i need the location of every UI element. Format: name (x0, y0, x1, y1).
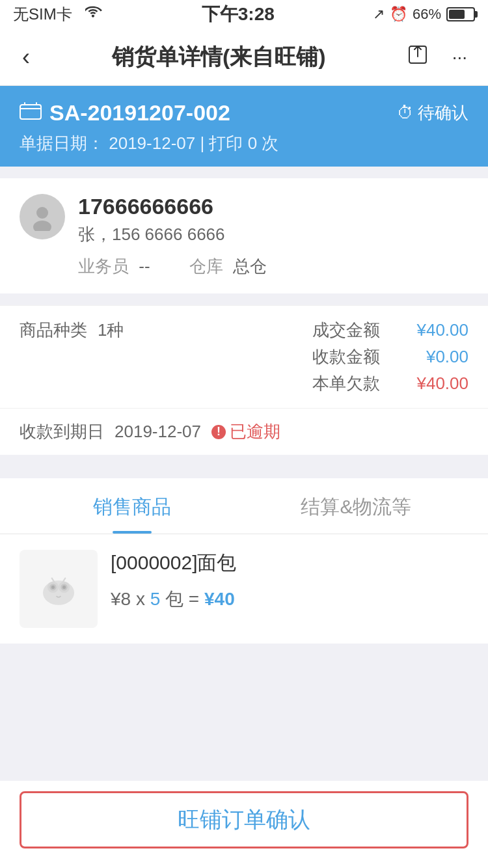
sales-rep-item: 业务员 -- (78, 255, 150, 278)
nav-bar: ‹ 销货单详情(来自旺铺) ··· (0, 29, 488, 86)
tab-settlement-label: 结算&物流等 (301, 496, 411, 517)
order-icon (20, 100, 42, 126)
transaction-amount-value: ¥40.00 (390, 320, 468, 340)
wifi-icon (85, 5, 103, 23)
transaction-amount-row: 成交金额 ¥40.00 (312, 319, 468, 342)
product-unit: 包 (165, 589, 183, 609)
customer-meta: 业务员 -- 仓库 总仓 (78, 255, 468, 278)
price-multiply: x (136, 589, 150, 609)
status-right: ↗ ⏰ 66% (373, 6, 475, 23)
price-equals: = (189, 589, 204, 609)
transaction-amount-label: 成交金额 (312, 319, 380, 342)
amounts-right: 成交金额 ¥40.00 收款金额 ¥0.00 本单欠款 ¥40.00 (312, 319, 468, 395)
page-title: 销货单详情(来自旺铺) (36, 42, 401, 72)
nav-actions: ··· (401, 38, 472, 75)
product-type-value: 1种 (98, 319, 124, 342)
divider-1 (0, 293, 488, 305)
warehouse-item: 仓库 总仓 (189, 255, 267, 278)
svg-point-2 (36, 207, 48, 219)
received-amount-value: ¥0.00 (390, 347, 468, 367)
customer-details: 17666666666 张，156 6666 6666 业务员 -- 仓库 总仓 (78, 194, 468, 278)
carrier-label: 无SIM卡 (13, 5, 72, 23)
product-qty: 5 (150, 589, 161, 609)
location-icon: ↗ (373, 6, 385, 23)
tabs-section: 销售商品 结算&物流等 (0, 478, 488, 644)
time-display: 下午3:28 (202, 2, 275, 27)
due-date-section: 收款到期日 2019-12-07 ! 已逾期 (0, 408, 488, 455)
product-item: [0000002]面包 ¥8 x 5 包 = ¥40 (0, 534, 488, 644)
svg-point-10 (62, 586, 66, 589)
svg-point-4 (43, 580, 74, 605)
footer-btn-area: 旺铺订单确认 (0, 781, 488, 868)
battery-icon (446, 7, 475, 21)
product-name-text: 面包 (197, 552, 236, 573)
product-type-label: 商品种类 (20, 319, 87, 342)
print-info: | 打印 0 次 (200, 133, 278, 153)
order-header-top: SA-20191207-002 ⏱ 待确认 (20, 100, 468, 126)
sales-rep-label: 业务员 (78, 256, 129, 276)
customer-name-phone: 张，156 6666 6666 (78, 223, 468, 246)
order-status: ⏱ 待确认 (397, 102, 468, 124)
carrier-text: 无SIM卡 (13, 4, 103, 25)
battery-percentage: 66% (413, 6, 441, 23)
warehouse-label: 仓库 (189, 256, 223, 276)
overdue-text: 已逾期 (230, 420, 280, 443)
product-thumbnail (20, 550, 98, 628)
tab-sales-product[interactable]: 销售商品 (20, 478, 244, 534)
main-content: SA-20191207-002 ⏱ 待确认 单据日期： 2019-12-07 |… (0, 86, 488, 735)
back-button[interactable]: ‹ (16, 39, 36, 75)
due-date-value: 2019-12-07 (115, 422, 201, 442)
order-date: 2019-12-07 (109, 133, 195, 153)
product-name: [0000002]面包 (111, 550, 468, 576)
product-unit-price: ¥8 (111, 589, 131, 609)
status-bar: 无SIM卡 下午3:28 ↗ ⏰ 66% (0, 0, 488, 29)
svg-point-3 (33, 221, 51, 231)
received-amount-row: 收款金额 ¥0.00 (312, 346, 468, 368)
overdue-badge: ! 已逾期 (211, 420, 280, 443)
time-text: 下午3:28 (202, 4, 275, 24)
received-amount-label: 收款金额 (312, 346, 380, 368)
amounts-section: 商品种类 1种 成交金额 ¥40.00 收款金额 ¥0.00 本单欠款 ¥40.… (0, 305, 488, 408)
order-id-text: SA-20191207-002 (49, 100, 230, 126)
owed-amount-row: 本单欠款 ¥40.00 (312, 372, 468, 395)
svg-rect-1 (20, 105, 41, 119)
product-type-info: 商品种类 1种 (20, 319, 124, 342)
owed-amount-value: ¥40.00 (390, 373, 468, 394)
alarm-icon: ⏰ (390, 6, 407, 23)
more-button[interactable]: ··· (447, 42, 472, 73)
date-label: 单据日期： (20, 133, 104, 153)
product-total: ¥40 (204, 589, 235, 609)
svg-point-9 (51, 586, 55, 589)
product-price: ¥8 x 5 包 = ¥40 (111, 587, 468, 612)
warehouse-value: 总仓 (233, 256, 267, 276)
confirm-order-button[interactable]: 旺铺订单确认 (20, 791, 468, 848)
tab-sales-label: 销售商品 (93, 496, 171, 517)
overdue-dot-icon: ! (211, 425, 226, 439)
status-clock-icon: ⏱ (397, 103, 414, 123)
product-info: [0000002]面包 ¥8 x 5 包 = ¥40 (111, 550, 468, 628)
avatar (20, 194, 65, 239)
customer-card: 17666666666 张，156 6666 6666 业务员 -- 仓库 总仓 (0, 178, 488, 293)
tab-settlement[interactable]: 结算&物流等 (244, 478, 468, 534)
share-button[interactable] (401, 38, 434, 75)
due-date-label: 收款到期日 (20, 420, 104, 443)
order-id: SA-20191207-002 (20, 100, 230, 126)
order-header-card: SA-20191207-002 ⏱ 待确认 单据日期： 2019-12-07 |… (0, 86, 488, 167)
customer-info: 17666666666 张，156 6666 6666 业务员 -- 仓库 总仓 (20, 194, 468, 278)
status-text: 待确认 (418, 102, 468, 124)
owed-amount-label: 本单欠款 (312, 372, 380, 395)
customer-phone: 17666666666 (78, 194, 468, 219)
product-code: [0000002] (111, 552, 197, 573)
order-date-line: 单据日期： 2019-12-07 | 打印 0 次 (20, 132, 468, 155)
sales-rep-value: -- (139, 256, 150, 276)
tabs-header: 销售商品 结算&物流等 (0, 478, 488, 534)
divider-2 (0, 455, 488, 467)
